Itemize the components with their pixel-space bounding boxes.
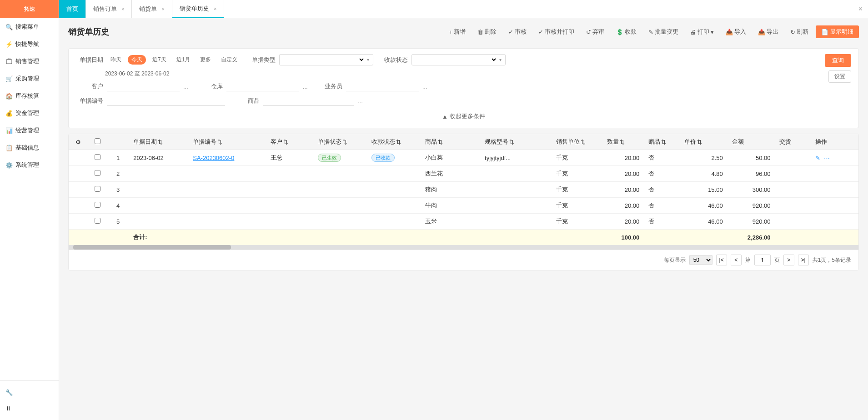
row-checkbox[interactable] [95,186,100,192]
th-date[interactable]: 单据日期⇅ [129,134,188,150]
td-checkbox[interactable] [88,150,107,166]
export-button[interactable]: 📤 导出 [753,25,783,38]
td-checkbox[interactable] [88,198,107,214]
print-label: 打印 [697,28,709,36]
td-goods: 玉米 [421,214,480,230]
date-tag-more[interactable]: 更多 [196,55,215,65]
doc-type-select-wrap[interactable]: ▾ [279,54,373,65]
td-checkbox[interactable] [88,214,107,230]
batch-change-button[interactable]: ✎ 批量变更 [644,25,683,38]
row-checkbox[interactable] [95,154,100,160]
row-edit-icon[interactable]: ✎ [815,155,820,161]
add-button[interactable]: + 新增 [444,25,470,38]
horizontal-scrollbar[interactable] [69,245,858,250]
th-unit[interactable]: 销售单位⇅ [552,134,602,150]
filter-item-date: 单据日期 昨天 今天 近7天 近1月 更多 自定义 [76,55,241,65]
page-size-select[interactable]: 20 50 100 [689,255,712,265]
sidebar-item-basic-info[interactable]: 📋 基础信息 [0,139,59,156]
sidebar-item-purchase-mgmt[interactable]: 🛒 采购管理 [0,70,59,87]
tab-sales-history[interactable]: 销货单历史 × [172,0,224,18]
goods-dots[interactable]: ... [358,98,363,105]
row-checkbox[interactable] [95,202,100,208]
doc-code-link[interactable]: SA-20230602-0 [193,155,234,161]
salesperson-dots[interactable]: ... [422,83,427,90]
sidebar-item-system-mgmt[interactable]: ⚙️ 系统管理 [0,156,59,174]
date-tag-yesterday[interactable]: 昨天 [107,55,125,65]
page-suffix: 页 [774,256,780,264]
th-spec[interactable]: 规格型号⇅ [480,134,552,150]
next-page-button[interactable]: > [783,255,794,265]
customer-input[interactable] [107,81,180,91]
page-number-input[interactable] [754,255,771,265]
collect-status-select[interactable] [416,56,497,64]
row-more-icon[interactable]: ⋯ [824,155,830,161]
tab-sales-goods[interactable]: 销货单 × [132,0,172,18]
goods-input[interactable] [263,96,354,106]
print-button[interactable]: 🖨 打印 ▾ [686,25,718,38]
show-details-button[interactable]: 📄 显示明细 [816,25,859,38]
date-tag-7days[interactable]: 近7天 [149,55,170,65]
th-qty[interactable]: 数量⇅ [602,134,644,150]
sidebar-item-sales-mgmt[interactable]: 销售管理 [0,53,59,70]
warehouse-input[interactable] [226,81,299,91]
doc-type-select[interactable] [283,56,365,64]
abandon-button[interactable]: ↺ 弃审 [582,25,609,38]
th-code-label: 单据编号 [193,138,216,146]
th-collect-status[interactable]: 收款状态⇅ [367,134,421,150]
show-details-icon: 📄 [821,29,828,35]
tab-bar-close[interactable]: × [853,5,868,13]
import-button[interactable]: 📥 导入 [721,25,751,38]
collect-button[interactable]: 💲 收款 [612,25,641,38]
th-customer[interactable]: 客户⇅ [266,134,314,150]
tab-home[interactable]: 首页 [59,0,86,18]
collect-status-select-wrap[interactable]: ▾ [411,54,506,65]
tab-sales-order-close[interactable]: × [121,6,124,12]
first-page-button[interactable]: |< [716,255,727,265]
audit-print-button[interactable]: ✓ 审核并打印 [534,25,579,38]
tab-sales-goods-close[interactable]: × [161,6,164,12]
warehouse-dots[interactable]: ... [303,83,308,90]
row-checkbox[interactable] [95,218,100,224]
th-goods[interactable]: 商品⇅ [421,134,480,150]
customer-dots[interactable]: ... [183,83,188,90]
row-checkbox[interactable] [95,170,100,176]
date-tag-today[interactable]: 今天 [128,55,146,65]
th-gift[interactable]: 赠品⇅ [644,134,680,150]
sidebar-item-quick-nav[interactable]: ⚡ 快捷导航 [0,35,59,53]
th-settings[interactable]: ⚙ [69,134,88,150]
last-page-button[interactable]: >| [798,255,809,265]
th-code[interactable]: 单据编号⇅ [188,134,266,150]
audit-button[interactable]: ✓ 审核 [504,25,531,38]
tab-sales-history-close[interactable]: × [214,6,216,11]
th-amount[interactable]: 金额 [728,134,775,150]
salesperson-input[interactable] [346,81,419,91]
sidebar-item-label: 经营管理 [15,126,39,135]
select-all-checkbox[interactable] [95,138,100,144]
refresh-button[interactable]: ↻ 刷新 [786,25,813,38]
td-num: 3 [107,182,129,198]
setting-button[interactable]: 设置 [828,70,851,83]
prev-page-button[interactable]: < [731,255,742,265]
date-tag-custom[interactable]: 自定义 [217,55,241,65]
td-checkbox[interactable] [88,166,107,182]
tab-sales-order[interactable]: 销售订单 × [86,0,132,18]
sidebar-item-search-menu[interactable]: 🔍 搜索菜单 [0,18,59,35]
collapse-button[interactable]: ▲ 收起更多条件 [76,110,851,122]
th-price[interactable]: 单价⇅ [680,134,728,150]
sidebar-item-label: 库存核算 [15,92,39,100]
sidebar-item-operation-mgmt[interactable]: 📊 经营管理 [0,122,59,139]
sidebar-item-inventory[interactable]: 🏠 库存核算 [0,87,59,105]
sidebar-item-bottom-settings[interactable]: 🔧 [0,385,59,400]
date-tag-1month[interactable]: 近1月 [173,55,194,65]
sidebar-item-finance-mgmt[interactable]: 💰 资金管理 [0,105,59,122]
td-gift: 否 [644,166,680,182]
th-price-label: 单价 [684,138,696,146]
td-checkbox[interactable] [88,182,107,198]
doc-num-input[interactable] [107,96,225,106]
th-checkbox[interactable] [88,134,107,150]
th-order-status[interactable]: 单据状态⇅ [313,134,367,150]
query-button[interactable]: 查询 [825,54,851,67]
basic-info-icon: 📋 [5,144,13,151]
sidebar-item-bottom-expand[interactable]: ⏸ [0,400,59,416]
delete-button[interactable]: 🗑 删除 [473,25,501,38]
